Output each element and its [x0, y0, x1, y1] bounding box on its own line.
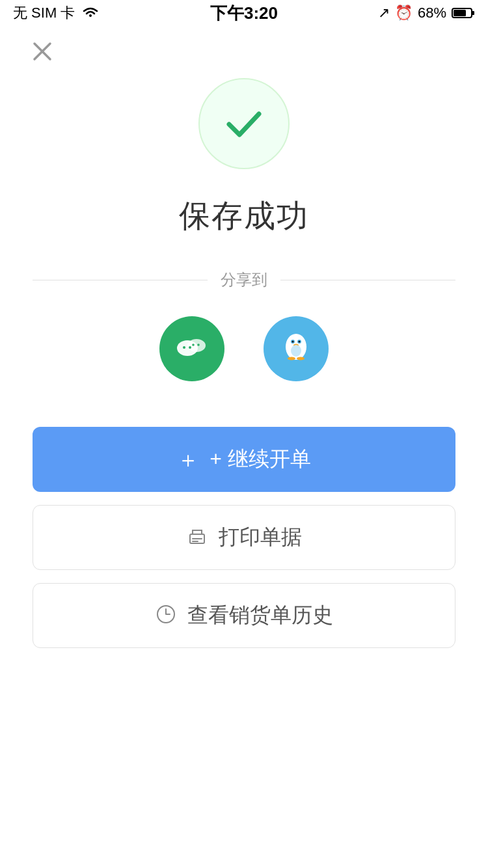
clock-svg — [155, 603, 177, 625]
history-label: 查看销货单历史 — [187, 601, 333, 630]
qq-share-button[interactable] — [264, 316, 329, 381]
svg-rect-22 — [192, 538, 202, 539]
svg-point-8 — [189, 346, 191, 349]
print-button[interactable]: 打印单据 — [33, 505, 455, 570]
success-title: 保存成功 — [179, 195, 309, 237]
share-icons — [33, 316, 455, 381]
svg-point-16 — [299, 341, 301, 343]
divider-right — [280, 280, 455, 280]
plus-icon: ＋ — [177, 448, 199, 470]
print-label: 打印单据 — [219, 523, 302, 552]
divider-row: 分享到 — [33, 269, 455, 290]
svg-rect-2 — [454, 10, 466, 16]
share-label: 分享到 — [221, 269, 267, 290]
continue-label: + 继续开单 — [210, 445, 311, 474]
direction-icon: ↗ — [378, 5, 390, 21]
status-left: 无 SIM 卡 — [13, 3, 100, 23]
history-button[interactable]: 查看销货单历史 — [33, 583, 455, 648]
alarm-icon: ⏰ — [395, 5, 413, 21]
svg-point-10 — [197, 344, 200, 346]
checkmark-icon — [221, 101, 267, 146]
battery-label: 68% — [418, 5, 446, 21]
no-sim-label: 无 SIM 卡 — [13, 3, 75, 23]
svg-point-19 — [297, 357, 305, 360]
wifi-icon — [81, 7, 100, 20]
qq-icon — [277, 329, 315, 369]
history-icon — [155, 603, 177, 629]
close-button[interactable] — [26, 35, 59, 68]
share-section: 分享到 — [0, 269, 488, 381]
wechat-icon — [173, 330, 211, 368]
status-right: ↗ ⏰ 68% — [378, 5, 475, 21]
continue-button[interactable]: ＋ + 继续开单 — [33, 427, 455, 492]
svg-point-7 — [183, 346, 185, 349]
main-content: 保存成功 分享到 — [0, 26, 488, 648]
close-icon — [31, 40, 54, 63]
battery-icon — [452, 7, 475, 19]
wechat-share-button[interactable] — [159, 316, 224, 381]
svg-point-6 — [187, 339, 206, 352]
action-buttons: ＋ + 继续开单 打印单据 查看销货单 — [0, 407, 488, 648]
svg-point-15 — [292, 341, 294, 343]
status-bar: 无 SIM 卡 下午3:20 ↗ ⏰ 68% — [0, 0, 488, 26]
svg-rect-23 — [192, 541, 198, 542]
printer-svg — [186, 525, 208, 547]
success-circle — [198, 78, 290, 169]
status-time: 下午3:20 — [210, 2, 278, 25]
print-icon — [186, 525, 208, 550]
svg-point-9 — [192, 344, 195, 346]
svg-rect-1 — [472, 11, 474, 15]
divider-left — [33, 280, 208, 280]
svg-point-18 — [288, 357, 295, 360]
svg-point-20 — [291, 345, 301, 357]
